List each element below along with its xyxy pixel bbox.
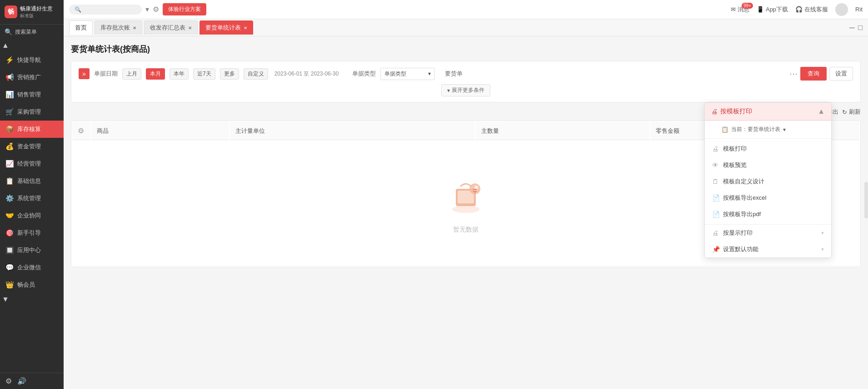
expand-more-btn[interactable]: ▾ 展开更多条件 [441,84,490,96]
page-title: 要货单统计表(按商品) [71,44,861,55]
member-icon: 👑 [5,281,14,289]
app-download-button[interactable]: 📱 App下载 [757,5,788,14]
dropdown-current-section: 📋 当前：要货单统计表 ▾ [705,121,831,139]
dropdown-set-default[interactable]: 📌 设置默认功能 ▾ [705,241,831,258]
app-logo: 畅 畅康通好生意 标准版 [0,0,64,25]
refresh-icon: ↻ [842,109,847,116]
user-avatar[interactable] [835,3,848,16]
settings-button[interactable]: 设置 [829,67,853,81]
dropdown-items-section: 🖨 模板打印 👁 模板预览 🗒 模板自定义设计 📄 按模板导出excel 📄 [705,139,831,225]
empty-illustration [443,173,489,218]
wechat-icon: 💬 [5,263,14,272]
dropdown-current-template[interactable]: 📋 当前：要货单统计表 ▾ [705,122,831,136]
tab-inventory-batch[interactable]: 库存批次账 ✕ [95,20,142,35]
close-inventory-batch-tab[interactable]: ✕ [133,25,136,30]
order-type-select[interactable]: 单据类型 ▾ [380,68,435,80]
sidebar-item-collab[interactable]: 🤝 企业协同 [0,207,64,224]
col-settings: ⚙ [72,122,90,140]
sidebar-item-apps[interactable]: 🔲 应用中心 [0,242,64,259]
dropdown-collapse-icon[interactable]: ▲ [818,107,825,116]
scrollbar[interactable] [864,182,868,218]
current-arrow-icon: ▾ [783,126,786,133]
export-excel-item-icon: 📄 [712,194,719,202]
set-default-arrow: ▾ [821,246,824,253]
dropdown-item-template-design[interactable]: 🗒 模板自定义设计 [705,173,831,190]
dropdown-item-template-preview[interactable]: 👁 模板预览 [705,157,831,173]
col-goods: 商品 [91,122,229,140]
online-service-button[interactable]: 🎧 在线客服 [795,5,828,14]
scroll-up-button[interactable]: ▲ [0,40,11,51]
col-unit: 主计量单位 [230,122,475,140]
tab-order-statistics[interactable]: 要货单统计表 ✕ [200,20,253,35]
refresh-action[interactable]: ↻ 刷新 [842,108,861,116]
apps-icon: 🔲 [5,246,14,254]
expand-row: ▾ 展开更多条件 [79,84,853,96]
date-btn-7days[interactable]: 近7天 [193,68,215,80]
topbar-search-box[interactable]: 🔍 [69,5,142,15]
sidebar-item-shortcut[interactable]: ⚡ 快捷导航 [0,51,64,69]
tab-home[interactable]: 首页 [69,20,93,35]
filter-toggle-icon[interactable]: » [79,68,90,79]
message-button[interactable]: ✉ 消息 99+ [731,5,749,14]
sidebar-item-purchase[interactable]: 🛒 采购管理 [0,103,64,121]
dropdown-header: 🖨 按模板打印 ▲ [705,103,831,121]
phone-icon: 📱 [757,6,764,13]
sidebar-item-wechat[interactable]: 💬 企业微信 [0,259,64,276]
set-default-icon: 📌 [712,246,719,253]
dropdown-display-print[interactable]: 🖨 按显示打印 ▾ [705,225,831,241]
dropdown-title: 🖨 按模板打印 [711,107,752,116]
trial-industry-button[interactable]: 体验行业方案 [163,3,206,15]
sidebar-item-guide[interactable]: 🎯 新手引导 [0,224,64,242]
main-area: 🔍 ▾ ⚙ 体验行业方案 ✉ 消息 99+ 📱 App下载 🎧 在线客服 [64,0,868,389]
filter-row-date: » 单据日期 上月 本月 本年 近7天 更多 自定义 2023-06-01 至 … [79,67,853,81]
display-print-arrow: ▾ [821,230,824,236]
expand-icon: ▾ [447,87,450,94]
dropdown-item-export-excel[interactable]: 📄 按模板导出excel [705,190,831,206]
sidebar-item-finance[interactable]: 💰 资金管理 [0,138,64,155]
minimize-button[interactable]: ─ [849,24,854,32]
svg-point-0 [452,206,479,213]
window-controls: ─ □ [849,24,863,32]
display-print-icon: 🖨 [712,229,719,237]
topbar-dropdown-icon[interactable]: ▾ [145,5,149,14]
sidebar-search[interactable]: 🔍 搜索菜单 [0,25,64,40]
sidebar-item-marketing[interactable]: 📢 营销推广 [0,69,64,86]
date-btn-this-year[interactable]: 本年 [170,68,189,80]
template-design-item-icon: 🗒 [712,178,719,185]
sidebar-item-sales[interactable]: 📊 销售管理 [0,86,64,103]
col-quantity: 主数量 [476,122,649,140]
more-options-icon[interactable]: ⋯ [789,69,798,79]
dropdown-item-template-print[interactable]: 🖨 模板打印 [705,141,831,157]
template-print-dropdown: 🖨 按模板打印 ▲ 📋 当前：要货单统计表 ▾ 🖨 模板打印 [704,102,832,258]
sidebar-footer: ⚙ 🔊 [0,373,64,389]
date-btn-custom[interactable]: 自定义 [244,68,268,80]
topbar-settings-icon[interactable]: ⚙ [153,5,159,14]
logo-text: 畅康通好生意 标准版 [20,5,53,19]
maximize-button[interactable]: □ [858,24,863,32]
close-order-statistics-tab[interactable]: ✕ [244,25,247,30]
sidebar-item-system[interactable]: ⚙️ 系统管理 [0,190,64,207]
sidebar-item-basic[interactable]: 📋 基础信息 [0,172,64,190]
column-settings-icon[interactable]: ⚙ [78,127,84,135]
user-name[interactable]: Rit [855,6,863,13]
logo-icon: 畅 [5,5,17,18]
marketing-icon: 📢 [5,73,14,81]
dropdown-item-export-pdf[interactable]: 📄 按模板导出pdf [705,206,831,222]
sidebar-item-operation[interactable]: 📈 经营管理 [0,155,64,172]
operation-icon: 📈 [5,160,14,168]
query-button[interactable]: 查询 [800,67,827,81]
tab-collect-summary[interactable]: 收发存汇总表 ✕ [144,20,198,35]
scroll-down-button[interactable]: ▼ [0,293,11,305]
settings-footer-icon[interactable]: ⚙ [5,377,12,385]
date-btn-last-month[interactable]: 上月 [122,68,141,80]
tabbar: 首页 库存批次账 ✕ 收发存汇总表 ✕ 要货单统计表 ✕ ─ □ [64,19,868,36]
close-collect-summary-tab[interactable]: ✕ [188,25,192,30]
headset-icon: 🎧 [795,6,803,13]
date-btn-this-month[interactable]: 本月 [146,68,165,80]
date-btn-more[interactable]: 更多 [220,68,239,80]
sidebar-item-inventory[interactable]: 📦 库存核算 [0,121,64,138]
purchase-icon: 🛒 [5,108,14,116]
sound-footer-icon[interactable]: 🔊 [17,377,26,385]
inventory-icon: 📦 [5,125,14,133]
sidebar-item-member[interactable]: 👑 畅会员 [0,276,64,293]
